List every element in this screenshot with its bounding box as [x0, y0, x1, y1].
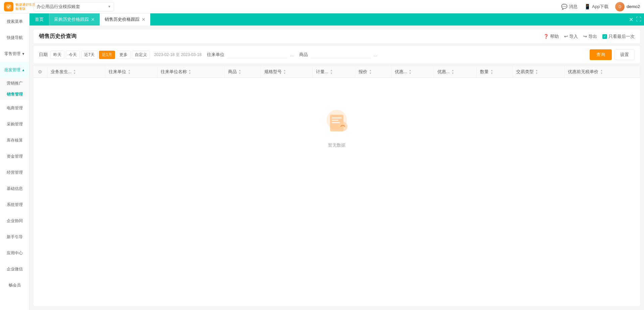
tab-bar-actions: ✕ ⛶ — [626, 13, 644, 25]
col-discount2[interactable]: 优惠... ▲▼ — [434, 66, 477, 78]
sidebar-item-marketing[interactable]: 营销推广 — [0, 78, 29, 89]
sidebar-item-purchase[interactable]: 采购管理 — [0, 116, 29, 132]
sidebar-item-wechat[interactable]: 企业微信 — [0, 261, 29, 277]
tab-purchase-close[interactable]: ✕ — [91, 17, 95, 22]
sidebar-item-shortcut[interactable]: 快捷导航 — [0, 30, 29, 46]
col-qty[interactable]: 数量 ▲▼ — [477, 66, 513, 78]
sidebar-item-apps[interactable]: 应用中心 — [0, 245, 29, 261]
sidebar-item-ecommerce[interactable]: 电商管理 — [0, 100, 29, 116]
page-content: 销售历史价查询 ❓ 帮助 ↩ 导入 ↪ 导出 ✓ — [30, 25, 644, 310]
app-download-btn[interactable]: 📱 App下载 — [584, 4, 608, 10]
date-btn-custom[interactable]: 自定义 — [132, 51, 150, 59]
tab-sales-close[interactable]: ✕ — [142, 17, 146, 22]
sidebar-item-finance[interactable]: 资金管理 — [0, 148, 29, 164]
basic-info-label: 基础信息 — [7, 186, 23, 192]
username-label: demo2 — [627, 4, 640, 9]
sidebar-item-retail[interactable]: 零售管理 ▼ — [0, 46, 29, 62]
query-button[interactable]: 查询 — [590, 49, 612, 60]
help-icon: ❓ — [543, 34, 549, 39]
message-label: 消息 — [569, 4, 578, 10]
sales-mgmt-label: 销售管理 — [7, 92, 23, 97]
date-btn-more[interactable]: 更多 — [116, 51, 130, 59]
only-last-label: 只看最后一次 — [608, 34, 635, 40]
col-spec[interactable]: 规格型号 ▲▼ — [261, 66, 312, 78]
product-filter-label: 商品 — [299, 52, 308, 58]
dropdown-icon: ▼ — [108, 5, 111, 8]
enterprise-label: 企业协同 — [7, 218, 23, 224]
col-discount1[interactable]: 优惠... ▲▼ — [391, 66, 434, 78]
import-label: 导入 — [569, 34, 578, 40]
search-label: 搜索菜单 — [7, 19, 23, 24]
col-biz-date[interactable]: 业务发生... ▲▼ — [47, 66, 105, 78]
sidebar-item-sales-mgmt[interactable]: 销售管理 — [0, 89, 29, 100]
app-selector[interactable]: 办公用品行业模拟账套 ▼ — [34, 2, 114, 11]
avatar: D — [615, 2, 625, 11]
operations-label: 经营管理 — [7, 170, 23, 175]
date-btn-last7[interactable]: 近7天 — [81, 51, 98, 59]
apps-label: 应用中心 — [7, 250, 23, 256]
partner-input[interactable] — [227, 51, 287, 58]
empty-text: 暂无数据 — [328, 142, 345, 148]
checkbox-icon: ✓ — [602, 34, 607, 39]
col-quote[interactable]: 报价 ▲▼ — [355, 66, 391, 78]
export-btn[interactable]: ↪ 导出 — [583, 34, 597, 40]
table-header: ⚙ 业务发生... ▲▼ 往来单位 — [34, 66, 640, 78]
import-btn[interactable]: ↩ 导入 — [564, 34, 578, 40]
col-pretax-price[interactable]: 优惠前无税单价 ▲▼ — [565, 66, 640, 78]
tab-purchase[interactable]: 采购历史价格跟踪 ✕ — [49, 13, 100, 25]
col-partner-code[interactable]: 往来单位 ▲▼ — [105, 66, 157, 78]
logo-area: 畅捷通好生意 标准版 — [4, 2, 31, 11]
data-table: ⚙ 业务发生... ▲▼ 往来单位 — [34, 66, 640, 78]
user-avatar-area[interactable]: D demo2 — [615, 2, 640, 11]
sidebar-item-member[interactable]: 畅会员 — [0, 277, 29, 293]
sidebar-item-operations[interactable]: 经营管理 — [0, 164, 29, 180]
app-logo — [4, 2, 13, 11]
col-unit[interactable]: 计量... ▲▼ — [313, 66, 355, 78]
top-header: 畅捷通好生意 标准版 办公用品行业模拟账套 ▼ 💬 消息 📱 App下载 D d… — [0, 0, 644, 13]
sort-icon: ▲▼ — [535, 69, 538, 75]
col-product[interactable]: 商品 ▲▼ — [224, 66, 261, 78]
import-icon: ↩ — [564, 34, 568, 39]
sidebar-item-inventory[interactable]: 库存核算 — [0, 132, 29, 148]
tab-home[interactable]: 首页 — [30, 13, 49, 25]
app-download-label: App下载 — [592, 4, 608, 10]
sidebar-item-enterprise[interactable]: 企业协同 — [0, 213, 29, 229]
page-title: 销售历史价查询 — [39, 33, 76, 40]
date-btn-yesterday[interactable]: 昨天 — [50, 51, 64, 59]
sidebar-item-system[interactable]: 系统管理 — [0, 197, 29, 213]
tab-purchase-label: 采购历史价格跟踪 — [54, 16, 89, 22]
date-range-text: 2023-02-18 至 2023-03-18 — [154, 52, 201, 58]
only-last-checkbox[interactable]: ✓ 只看最后一次 — [602, 34, 635, 40]
gear-icon[interactable]: ⚙ — [37, 69, 44, 74]
header-right: 💬 消息 📱 App下载 D demo2 — [561, 2, 640, 11]
sort-icon: ▲▼ — [283, 69, 286, 75]
date-filter-label: 日期 — [39, 52, 48, 58]
sort-icon: ▲▼ — [490, 69, 493, 75]
col-gear[interactable]: ⚙ — [34, 66, 47, 78]
col-trade-type[interactable]: 交易类型 ▲▼ — [513, 66, 564, 78]
col-partner-name[interactable]: 往来单位名称 ▲▼ — [157, 66, 224, 78]
svg-point-6 — [338, 122, 347, 131]
table-container: ⚙ 业务发生... ▲▼ 往来单位 — [34, 66, 640, 306]
tab-sales[interactable]: 销售历史价格跟踪 ✕ — [100, 13, 150, 25]
sidebar-item-wholesale[interactable]: 批发管理 ▲ — [0, 62, 29, 78]
sidebar-item-search[interactable]: 搜索菜单 — [0, 13, 29, 30]
date-btn-today[interactable]: 今天 — [66, 51, 80, 59]
message-btn[interactable]: 💬 消息 — [561, 4, 578, 10]
help-btn[interactable]: ❓ 帮助 — [543, 34, 559, 40]
date-btn-last1m[interactable]: 近1月 — [99, 51, 115, 59]
tab-close-all-btn[interactable]: ✕ — [629, 16, 633, 23]
help-label: 帮助 — [550, 34, 559, 40]
partner-select-btn[interactable]: ... — [290, 52, 294, 57]
svg-rect-4 — [332, 120, 338, 121]
sidebar-item-basic-info[interactable]: 基础信息 — [0, 180, 29, 197]
product-input[interactable] — [311, 51, 371, 58]
product-select-btn[interactable]: ... — [374, 52, 377, 57]
system-label: 系统管理 — [7, 202, 23, 208]
settings-button[interactable]: 设置 — [614, 49, 635, 60]
tab-expand-btn[interactable]: ⛶ — [636, 16, 641, 22]
sidebar-item-guide[interactable]: 新手引导 — [0, 229, 29, 245]
sort-icon: ▲▼ — [600, 69, 603, 75]
product-filter-group: 商品 ... — [299, 51, 377, 58]
filter-action-btns: 查询 设置 — [590, 49, 635, 60]
